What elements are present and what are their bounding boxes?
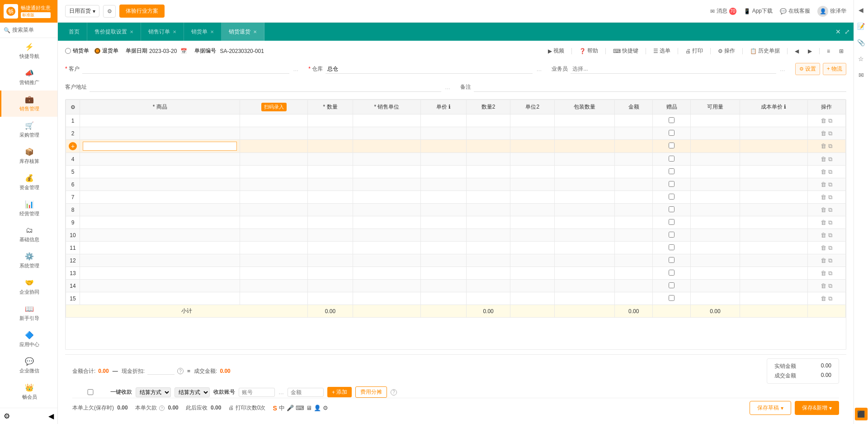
gift-checkbox[interactable] (669, 232, 675, 238)
gift-checkbox[interactable] (669, 219, 675, 225)
sidebar-item-enterprise[interactable]: 🤝 企业协同 (0, 274, 57, 300)
product-cell[interactable] (80, 127, 240, 140)
unit2-cell[interactable] (510, 267, 555, 280)
qty2-cell[interactable] (466, 254, 510, 267)
cost-price-cell[interactable] (740, 216, 807, 229)
unit2-cell[interactable] (510, 204, 555, 216)
qty2-cell[interactable] (466, 178, 510, 191)
cost-price-cell[interactable] (740, 114, 807, 127)
qty-cell[interactable] (307, 267, 353, 280)
qty2-cell[interactable] (466, 229, 510, 242)
radio-sales-delivery[interactable]: 销货单 (65, 47, 89, 55)
toolbar-video-btn[interactable]: ▶ 视频 (545, 46, 567, 56)
toolbar-operate-btn[interactable]: ⚙ 操作 (715, 46, 738, 56)
sidebar-item-operations[interactable]: 📊 经营管理 (0, 195, 57, 222)
unit2-cell[interactable] (510, 229, 555, 242)
warehouse-dots[interactable]: … (535, 66, 542, 72)
one-click-pay-input[interactable] (72, 389, 108, 395)
amount-cell[interactable] (615, 140, 653, 153)
sales-unit-cell[interactable] (353, 242, 421, 254)
delete-row-btn[interactable]: 🗑 (821, 257, 826, 264)
discount-help-btn[interactable]: ? (177, 368, 184, 374)
qty2-cell[interactable] (466, 114, 510, 127)
pack-qty-cell[interactable] (555, 114, 615, 127)
th-settings[interactable]: ⚙ (66, 100, 80, 114)
cost-price-cell[interactable] (740, 254, 807, 267)
tab-price-setup[interactable]: 售价提取设置 ✕ (87, 23, 141, 41)
copy-row-btn[interactable]: ⧉ (828, 206, 832, 214)
pack-qty-cell[interactable] (555, 127, 615, 140)
tab-sales-order-close[interactable]: ✕ (173, 29, 176, 34)
sales-unit-cell[interactable] (353, 254, 421, 267)
product-input[interactable] (83, 142, 237, 151)
gift-checkbox[interactable] (669, 244, 675, 250)
gift-checkbox[interactable] (669, 168, 675, 174)
search-menu-item[interactable]: 🔍 搜索菜单 (0, 23, 57, 38)
sidebar-item-marketing[interactable]: 📣 营销推广 (0, 64, 57, 91)
copy-row-btn[interactable]: ⧉ (828, 156, 832, 163)
tab-sales-return-close[interactable]: ✕ (253, 29, 257, 34)
unit-price-cell[interactable] (420, 191, 466, 204)
amount-cell[interactable] (615, 153, 653, 166)
toolbar-help-btn[interactable]: ❓ 帮助 (576, 46, 601, 56)
amount-cell[interactable] (615, 292, 653, 305)
qty-cell[interactable] (307, 153, 353, 166)
cost-price-cell[interactable] (740, 292, 807, 305)
unit2-cell[interactable] (510, 178, 555, 191)
copy-row-btn[interactable]: ⧉ (828, 117, 832, 124)
product-cell[interactable] (80, 114, 240, 127)
pack-qty-cell[interactable] (555, 292, 615, 305)
unit2-cell[interactable] (510, 242, 555, 254)
sales-unit-cell[interactable] (353, 191, 421, 204)
available-cell[interactable] (691, 292, 740, 305)
pack-qty-cell[interactable] (555, 140, 615, 153)
radio-sales-delivery-input[interactable] (65, 48, 71, 54)
delete-row-btn[interactable]: 🗑 (821, 295, 826, 302)
sidebar-collapse-icon[interactable]: ◀ (48, 412, 54, 420)
gift-checkbox[interactable] (669, 257, 675, 263)
unit-price-cell[interactable] (420, 267, 466, 280)
unit2-cell[interactable] (510, 153, 555, 166)
amount-cell[interactable] (615, 267, 653, 280)
available-cell[interactable] (691, 280, 740, 292)
sales-unit-cell[interactable] (353, 267, 421, 280)
settings-btn[interactable]: ⚙ 设置 (795, 63, 820, 75)
available-cell[interactable] (691, 216, 740, 229)
unit-price-cell[interactable] (420, 216, 466, 229)
topbar-settings-btn[interactable]: ⚙ (103, 5, 116, 18)
available-cell[interactable] (691, 140, 740, 153)
qty-cell[interactable] (307, 242, 353, 254)
sidebar-item-system[interactable]: ⚙️ 系统管理 (0, 248, 57, 274)
app-download-btn[interactable]: 📱 App下载 (744, 7, 773, 15)
unit-price-cell[interactable] (420, 140, 466, 153)
message-btn[interactable]: ✉ 消息 70 (710, 7, 736, 15)
sidebar-item-purchase[interactable]: 🛒 采购管理 (0, 117, 57, 143)
sidebar-item-basic[interactable]: 🗂 基础信息 (0, 222, 57, 248)
gift-checkbox[interactable] (669, 194, 675, 200)
cost-price-cell[interactable] (740, 242, 807, 254)
sales-unit-cell[interactable] (353, 204, 421, 216)
product-cell[interactable] (80, 242, 240, 254)
toolbar-list-view-btn[interactable]: ≡ (824, 47, 833, 55)
amount-cell[interactable] (615, 166, 653, 178)
unit-price-cell[interactable] (420, 254, 466, 267)
delete-row-btn[interactable]: 🗑 (821, 117, 826, 124)
close-tab-btn[interactable]: ✕ (835, 28, 841, 35)
cost-price-cell[interactable] (740, 153, 807, 166)
right-panel-note[interactable]: 📝 (855, 20, 868, 33)
dots-account[interactable]: … (278, 389, 284, 395)
copy-row-btn[interactable]: ⧉ (828, 295, 832, 302)
gift-checkbox[interactable] (669, 295, 675, 301)
sales-unit-cell[interactable] (353, 127, 421, 140)
toolbar-next-btn[interactable]: ▶ (805, 47, 815, 55)
product-cell[interactable] (80, 229, 240, 242)
delete-row-btn[interactable]: 🗑 (821, 232, 826, 239)
unit-price-cell[interactable] (420, 242, 466, 254)
sidebar-item-sales[interactable]: 💼 销售管理 (0, 91, 57, 117)
tab-sales-delivery[interactable]: 销货单 ✕ (184, 23, 222, 41)
delete-row-btn[interactable]: 🗑 (821, 130, 826, 137)
copy-row-btn[interactable]: ⧉ (828, 270, 832, 277)
tab-sales-delivery-close[interactable]: ✕ (210, 29, 214, 34)
copy-row-btn[interactable]: ⧉ (828, 194, 832, 201)
delete-row-btn[interactable]: 🗑 (821, 244, 826, 252)
